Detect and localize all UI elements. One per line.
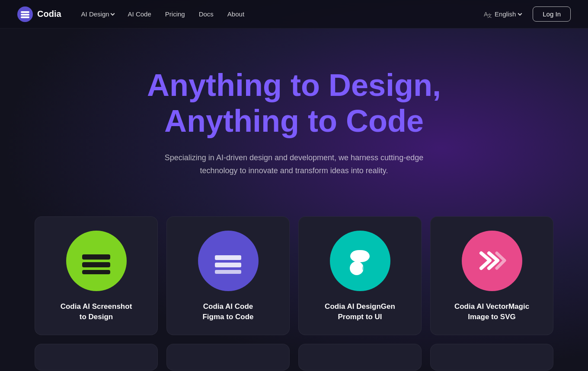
nav-item-about[interactable]: About [221,7,250,21]
svg-rect-9 [215,255,241,260]
language-selector[interactable]: A 文 English [479,7,526,21]
nav-right: A 文 English Log In [479,6,571,22]
svg-rect-10 [215,263,241,267]
hero-section: Anything to Design, Anything to Code Spe… [0,29,588,203]
card-row2-1[interactable] [35,344,158,371]
svg-text:文: 文 [487,13,492,18]
language-chevron-icon [518,12,522,16]
svg-point-13 [350,261,364,275]
hero-subtitle: Specializing in AI-driven design and dev… [147,151,441,178]
svg-rect-11 [215,270,241,274]
card-icon-screenshot [66,231,127,291]
navbar: Codia AI Design AI Code Pricing Docs Abo… [0,0,588,29]
card-row2-4[interactable] [430,344,553,371]
chevron-down-icon [110,12,115,16]
card-icon-vectormagic [462,231,522,291]
translate-icon: A 文 [483,10,492,19]
figma-icon-svg [210,242,246,279]
nav-item-ai-design[interactable]: AI Design [75,7,120,21]
card-screenshot-to-design[interactable]: Codia AI Screenshot to Design [35,216,158,335]
card-row2-2[interactable] [166,344,290,371]
card-icon-designgen [330,231,390,291]
cards-grid: Codia AI Screenshot to Design Codia AI C… [17,203,571,344]
logo[interactable]: Codia [17,6,61,22]
logo-icon [17,6,33,22]
nav-item-docs[interactable]: Docs [193,7,220,21]
card-label-designgen: Codia AI DesignGen Prompt to UI [325,301,395,323]
svg-rect-7 [82,262,110,267]
card-designgen[interactable]: Codia AI DesignGen Prompt to UI [298,216,422,335]
card-figma-to-code[interactable]: Codia AI Code Figma to Code [166,216,290,335]
card-label-vectormagic: Codia AI VectorMagic Image to SVG [454,301,529,323]
svg-point-14 [362,264,371,273]
language-label: English [495,10,516,18]
svg-rect-8 [82,270,110,274]
card-icon-figma [198,231,259,291]
svg-rect-1 [21,11,29,13]
login-button[interactable]: Log In [533,6,571,22]
nav-left: Codia AI Design AI Code Pricing Docs Abo… [17,6,250,22]
card-row2-3[interactable] [298,344,422,371]
nav-item-ai-code[interactable]: AI Code [122,7,157,21]
card-label-screenshot: Codia AI Screenshot to Design [61,301,132,323]
card-vectormagic[interactable]: Codia AI VectorMagic Image to SVG [430,216,553,335]
designgen-icon-svg [342,242,378,279]
screenshot-icon-svg [78,242,115,279]
nav-item-pricing[interactable]: Pricing [159,7,191,21]
svg-rect-12 [350,250,370,262]
vectormagic-icon-svg [473,242,510,279]
cards-grid-row2 [17,344,571,371]
hero-title: Anything to Design, Anything to Code [17,67,571,139]
svg-rect-3 [21,16,29,18]
svg-rect-6 [82,254,110,260]
logo-text: Codia [37,9,61,19]
nav-links: AI Design AI Code Pricing Docs About [75,7,251,21]
svg-rect-2 [21,14,29,16]
card-label-figma: Codia AI Code Figma to Code [202,301,253,323]
